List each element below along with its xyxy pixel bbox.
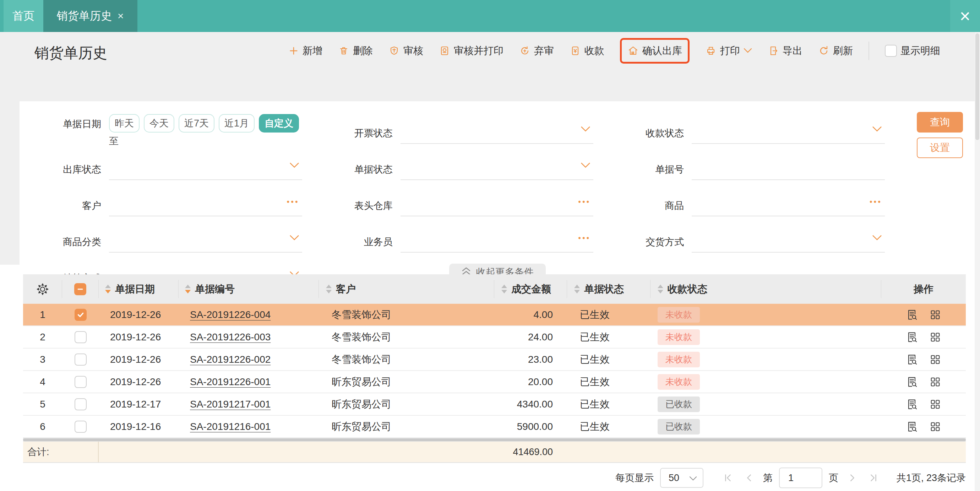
collect-payment-button[interactable]: 收款 (570, 44, 605, 57)
show-detail-toggle[interactable]: 显示明细 (885, 44, 940, 57)
doc-status-select[interactable] (401, 160, 594, 180)
doc-no-input[interactable] (692, 160, 885, 180)
row-checkbox[interactable] (75, 376, 87, 388)
vertical-scrollbar[interactable] (975, 32, 980, 491)
sort-icon[interactable] (326, 285, 332, 293)
preset-custom[interactable]: 自定义 (259, 114, 299, 132)
row-checkbox[interactable] (75, 354, 87, 365)
table-row[interactable]: 1 2019-12-26 SA-20191226-004 冬雪装饰公司 4.00… (23, 304, 966, 326)
audit-print-button[interactable]: 审核并打印 (439, 44, 503, 57)
horizontal-scrollbar[interactable] (23, 438, 966, 442)
print-button[interactable]: 打印 (705, 44, 752, 57)
view-doc-icon[interactable] (905, 376, 918, 388)
header-amount[interactable]: 成交金额 (494, 280, 567, 298)
header-doc-status[interactable]: 单据状态 (567, 280, 651, 298)
sort-icon[interactable] (501, 285, 507, 293)
view-doc-icon[interactable] (905, 331, 918, 344)
preset-last7days[interactable]: 近7天 (178, 114, 215, 132)
view-doc-icon[interactable] (905, 308, 918, 321)
table-row[interactable]: 6 2019-12-16 SA-20191216-001 昕东贸易公司 5900… (23, 416, 966, 438)
header-doc-code[interactable]: 单据编号 (178, 280, 319, 298)
tab-sales-history[interactable]: 销货单历史 × (43, 0, 137, 32)
unaudit-button[interactable]: 弃审 (519, 44, 554, 57)
next-page-button[interactable] (845, 472, 860, 483)
preset-today[interactable]: 今天 (144, 114, 174, 132)
row-checkbox[interactable] (75, 398, 87, 410)
header-customer[interactable]: 客户 (319, 280, 494, 298)
invoice-status-select[interactable] (401, 124, 594, 144)
total-row: 合计: 41469.00 (23, 442, 966, 463)
more-actions-grid-icon[interactable] (929, 420, 942, 433)
prev-page-button[interactable] (742, 472, 757, 483)
first-page-button[interactable] (721, 472, 735, 483)
settings-button[interactable]: 设置 (917, 137, 963, 158)
trash-icon (338, 45, 349, 56)
add-button[interactable]: 新增 (288, 44, 322, 57)
sort-icon[interactable] (185, 285, 191, 293)
table-row[interactable]: 4 2019-12-26 SA-20191226-001 昕东贸易公司 20.0… (23, 371, 966, 393)
cell-amount: 24.00 (494, 332, 567, 343)
table-row[interactable]: 5 2019-12-17 SA-20191217-001 昕东贸易公司 4340… (23, 393, 966, 416)
row-checkbox[interactable] (75, 309, 87, 321)
cell-doc-date: 2019-12-26 (99, 332, 178, 343)
gear-icon[interactable] (35, 282, 50, 297)
export-button[interactable]: 导出 (768, 44, 802, 57)
audit-button[interactable]: 审核 (388, 44, 423, 57)
row-checkbox[interactable] (75, 331, 87, 343)
filter-card: 单据日期 昨天 今天 近7天 近1月 自定义 至 开票状态 (19, 101, 975, 281)
row-index: 2 (23, 332, 62, 343)
more-actions-grid-icon[interactable] (929, 398, 942, 411)
header-doc-date[interactable]: 单据日期 (99, 280, 178, 298)
page-number-input[interactable]: 1 (779, 467, 822, 488)
doc-code-link[interactable]: SA-20191226-001 (190, 376, 270, 387)
preset-last1month[interactable]: 近1月 (219, 114, 255, 132)
window-close-button[interactable]: × (950, 0, 980, 32)
sort-icon[interactable] (105, 285, 111, 293)
plus-icon (288, 45, 299, 56)
header-payment-status[interactable]: 收款状态 (651, 280, 881, 298)
warehouse-picker[interactable]: ••• (401, 196, 594, 216)
tab-home[interactable]: 首页 (3, 0, 43, 32)
filter-product: 商品 ••• (618, 184, 885, 220)
scrollbar-thumb[interactable] (23, 438, 966, 441)
more-actions-grid-icon[interactable] (929, 331, 942, 344)
view-doc-icon[interactable] (905, 398, 918, 411)
cell-amount: 20.00 (494, 376, 567, 387)
customer-picker[interactable]: ••• (109, 196, 302, 216)
refresh-button[interactable]: 刷新 (818, 44, 853, 57)
doc-code-link[interactable]: SA-20191217-001 (190, 399, 270, 410)
table-row[interactable]: 3 2019-12-26 SA-20191226-002 冬雪装饰公司 23.0… (23, 349, 966, 371)
product-picker[interactable]: ••• (692, 196, 885, 216)
per-page-select[interactable]: 50 (660, 468, 703, 488)
confirm-outbound-button[interactable]: 确认出库 (627, 44, 682, 57)
sort-icon[interactable] (658, 285, 663, 293)
more-actions-grid-icon[interactable] (929, 308, 942, 321)
show-detail-checkbox[interactable] (885, 45, 897, 57)
row-index: 6 (23, 421, 62, 432)
delivery-method-select[interactable] (692, 233, 885, 253)
last-page-button[interactable] (866, 472, 881, 483)
product-category-select[interactable] (109, 233, 302, 253)
doc-code-link[interactable]: SA-20191226-004 (190, 309, 270, 320)
chevron-down-icon (743, 48, 752, 53)
query-button[interactable]: 查询 (917, 112, 963, 132)
cell-doc-date: 2019-12-26 (99, 309, 178, 320)
select-all-checkbox[interactable] (74, 283, 86, 295)
payment-status-select[interactable] (692, 124, 885, 144)
row-checkbox[interactable] (75, 421, 87, 433)
table-row[interactable]: 2 2019-12-26 SA-20191226-003 冬雪装饰公司 24.0… (23, 326, 966, 349)
tab-close-icon[interactable]: × (118, 11, 124, 21)
doc-code-link[interactable]: SA-20191216-001 (190, 421, 270, 432)
view-doc-icon[interactable] (905, 420, 918, 433)
delete-button[interactable]: 删除 (338, 44, 373, 57)
doc-code-link[interactable]: SA-20191226-003 (190, 332, 270, 343)
outbound-status-select[interactable] (109, 160, 302, 180)
view-doc-icon[interactable] (905, 353, 918, 366)
salesman-picker[interactable]: ••• (401, 233, 594, 253)
preset-yesterday[interactable]: 昨天 (109, 114, 140, 132)
sort-icon[interactable] (574, 285, 580, 293)
doc-code-link[interactable]: SA-20191226-002 (190, 354, 270, 365)
more-actions-grid-icon[interactable] (929, 376, 942, 388)
scrollbar-thumb[interactable] (975, 33, 979, 140)
more-actions-grid-icon[interactable] (929, 353, 942, 366)
